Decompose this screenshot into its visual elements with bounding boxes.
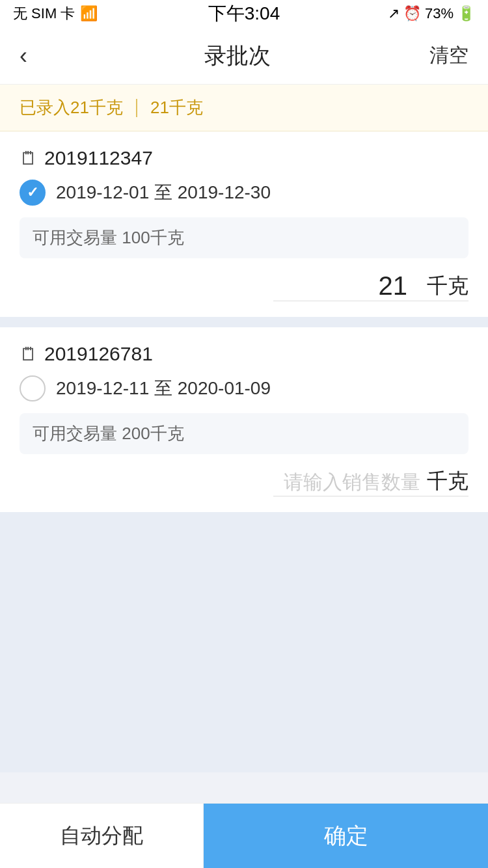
summary-divider [136,99,137,117]
input-underline-2 [273,496,468,496]
bottom-bar: 自动分配 确定 [0,803,488,868]
batch-card-1: 🗒 2019112347 2019-12-01 至 2019-12-30 可用交… [0,131,488,317]
status-bar: 无 SIM 卡 📶 下午3:04 ↗ ⏰ 73% 🔋 [0,0,488,27]
batch-id-2: 2019126781 [44,343,153,365]
summary-bar: 已录入21千克 21千克 [0,85,488,131]
location-icon: ↗ [388,5,400,22]
batch-date-1: 2019-12-01 至 2019-12-30 [56,180,271,205]
page-title: 录批次 [204,41,271,71]
qty-input-placeholder: 请输入销售数量 [284,469,420,496]
card-divider [0,317,488,327]
batch-qty-text-1: 可用交易量 100千克 [33,228,184,247]
batch-doc-icon-2: 🗒 [20,344,38,365]
auto-distribute-button[interactable]: 自动分配 [0,804,204,868]
batch-date-row-1[interactable]: 2019-12-01 至 2019-12-30 [20,180,468,206]
amount-underline-row-1 [0,301,488,317]
content-area: 已录入21千克 21千克 🗒 2019112347 2019-12-01 至 2… [0,85,488,837]
confirm-button[interactable]: 确定 [204,804,488,868]
status-left: 无 SIM 卡 📶 [13,4,98,23]
batch-id-row-1: 🗒 2019112347 [20,147,468,169]
batch-item-1: 🗒 2019112347 2019-12-01 至 2019-12-30 可用交… [0,131,488,258]
battery-percent: 73% [425,5,454,22]
input-underline-row-2 [0,496,488,512]
carrier-text: 无 SIM 卡 [13,4,75,23]
batch-id-row-2: 🗒 2019126781 [20,343,468,365]
amount-underline-1 [273,301,468,301]
qty-input-unit: 千克 [427,467,468,496]
input-row-2[interactable]: 请输入销售数量 千克 [0,454,488,496]
amount-value-1: 21 [379,271,408,301]
battery-icon: 🔋 [457,5,475,22]
batch-doc-icon-1: 🗒 [20,148,38,169]
batch-card-2: 🗒 2019126781 2019-12-11 至 2020-01-09 可用交… [0,327,488,512]
batch-item-2: 🗒 2019126781 2019-12-11 至 2020-01-09 可用交… [0,327,488,454]
clear-button[interactable]: 清空 [416,42,468,69]
batch-qty-box-2: 可用交易量 200千克 [20,413,468,454]
empty-gray-area [0,512,488,772]
batch-radio-2[interactable] [20,375,46,401]
nav-bar: ‹ 录批次 清空 [0,27,488,85]
alarm-icon: ⏰ [403,5,421,22]
batch-date-row-2[interactable]: 2019-12-11 至 2020-01-09 [20,375,468,401]
batch-qty-box-1: 可用交易量 100千克 [20,217,468,258]
summary-recorded-label: 已录入21千克 [20,96,123,119]
amount-row-1: 21 千克 [0,258,488,301]
back-button[interactable]: ‹ [20,42,59,70]
status-right: ↗ ⏰ 73% 🔋 [388,5,475,22]
batch-qty-text-2: 可用交易量 200千克 [33,424,184,443]
time-display: 下午3:04 [208,1,280,26]
summary-value: 21千克 [150,96,203,119]
wifi-icon: 📶 [80,5,98,22]
batch-date-2: 2019-12-11 至 2020-01-09 [56,376,271,401]
batch-radio-1[interactable] [20,180,46,206]
batch-id-1: 2019112347 [44,147,153,169]
amount-unit-1: 千克 [427,272,468,301]
